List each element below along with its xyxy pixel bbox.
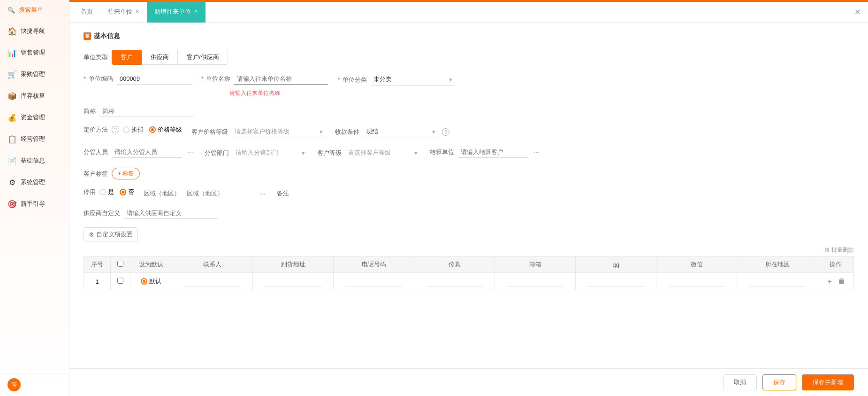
home-icon: 🏠	[8, 26, 17, 36]
save-button[interactable]: 保存	[762, 374, 796, 390]
dept-group: 分管部门 请输入分管部门 ▾	[205, 147, 308, 159]
code-name-row: * 单位编码 * 单位名称 请输入往来单位名称 * 单位分类	[84, 73, 854, 97]
row-checkbox[interactable]	[117, 278, 123, 284]
tab-bar-close[interactable]: ✕	[851, 8, 864, 16]
fax-input[interactable]	[426, 276, 483, 287]
unit-btn-both[interactable]: 客户/供应商	[178, 50, 228, 65]
wechat-input[interactable]	[669, 276, 725, 287]
remark-input[interactable]	[293, 188, 434, 199]
alias-input[interactable]	[99, 106, 193, 117]
settlement-input[interactable]	[458, 147, 528, 158]
sidebar-item-label: 系统管理	[21, 178, 45, 186]
tab-new-partner[interactable]: 新增往来单位 ✕	[147, 2, 206, 23]
alias-label: 简称	[84, 107, 96, 116]
save-new-button[interactable]: 保存并新增	[802, 374, 854, 390]
tab-partners-label: 往来单位	[108, 8, 132, 16]
dept-select[interactable]: 请输入分管部门 ▾	[233, 147, 308, 159]
td-address[interactable]	[253, 273, 334, 290]
sidebar-item-purchase[interactable]: 🛒 采购管理	[0, 63, 69, 85]
unit-name-error: 请输入往来单位名称	[229, 89, 280, 97]
payment-group: 收款条件 现结 ▾ ?	[335, 125, 449, 138]
th-address: 到货地址	[253, 256, 334, 273]
custom-settings-label: 自定义项设置	[96, 230, 133, 239]
inventory-icon: 📦	[8, 91, 17, 101]
sidebar-search[interactable]: 🔍 搜索菜单	[0, 0, 69, 20]
radio-price-level[interactable]: 价格等级	[149, 125, 182, 134]
sidebar-item-finance[interactable]: 💰 资金管理	[0, 107, 69, 128]
sidebar-item-label: 采购管理	[21, 70, 45, 78]
payment-value: 现结	[366, 127, 378, 136]
base-info-icon: 📄	[8, 156, 17, 165]
sales-icon: 📊	[8, 48, 17, 57]
payment-select[interactable]: 现结 ▾	[363, 125, 438, 138]
td-email[interactable]	[495, 273, 576, 290]
td-fax[interactable]	[414, 273, 495, 290]
tab-home[interactable]: 首页	[73, 2, 100, 23]
add-tag-button[interactable]: + 标签	[112, 168, 140, 179]
td-region[interactable]	[737, 273, 818, 290]
th-email: 邮箱	[495, 256, 576, 273]
sidebar-item-system[interactable]: ⚙ 系统管理	[0, 171, 69, 193]
td-qq[interactable]	[576, 273, 656, 290]
row-add-icon[interactable]: ＋	[826, 277, 833, 285]
payment-label: 收款条件	[335, 128, 359, 136]
tab-partners[interactable]: 往来单位 ✕	[100, 2, 147, 23]
td-default[interactable]: 默认	[130, 273, 172, 290]
manager-input[interactable]	[112, 147, 182, 158]
payment-help-icon[interactable]: ?	[442, 128, 449, 136]
unit-category-select[interactable]: 未分类 ▾	[371, 73, 455, 86]
unit-type-label: 单位类型	[84, 53, 108, 62]
disable-row: 停用 是 否 区域（地区） ··· 备注	[84, 188, 854, 199]
customer-price-select[interactable]: 请选择客户价格等级 ▾	[232, 125, 326, 138]
batch-delete-btn[interactable]: 🗑 批量删除	[84, 246, 854, 254]
qq-input[interactable]	[588, 276, 644, 287]
row-region-input[interactable]	[749, 276, 806, 287]
tab-partners-close[interactable]: ✕	[135, 8, 139, 15]
th-wechat: 微信	[656, 256, 737, 273]
region-group: 区域（地区） ···	[144, 188, 267, 199]
region-input[interactable]	[184, 188, 254, 199]
unit-category-group: * 单位分类 未分类 ▾	[337, 73, 455, 86]
section-title: 基本信息	[94, 32, 120, 40]
settlement-more-icon[interactable]: ···	[532, 148, 541, 156]
region-more-icon[interactable]: ···	[258, 190, 267, 197]
unit-name-input[interactable]	[234, 73, 328, 85]
select-all-checkbox[interactable]	[117, 261, 123, 267]
td-contact[interactable]	[172, 273, 252, 290]
supplier-custom-input[interactable]	[124, 208, 218, 219]
tab-new-partner-close[interactable]: ✕	[194, 8, 198, 15]
pricing-help-icon[interactable]: ?	[112, 126, 119, 133]
contact-input[interactable]	[184, 276, 240, 287]
sidebar-item-management[interactable]: 📋 经营管理	[0, 128, 69, 150]
th-default: 设为默认	[130, 256, 172, 273]
sidebar-item-base-info[interactable]: 📄 基础信息	[0, 150, 69, 171]
radio-disable-yes[interactable]: 是	[99, 188, 114, 196]
row-default-radio[interactable]: 默认	[135, 277, 167, 286]
sidebar-item-home[interactable]: 🏠 快捷导航	[0, 20, 69, 42]
td-wechat[interactable]	[656, 273, 737, 290]
radio-discount[interactable]: 折扣	[123, 125, 144, 134]
address-input[interactable]	[265, 276, 321, 287]
th-phone: 电话号码	[334, 256, 414, 273]
customer-level-select[interactable]: 请选择客户等级 ▾	[345, 147, 420, 159]
th-fax: 传真	[414, 256, 495, 273]
custom-settings-button[interactable]: ⚙ 自定义项设置	[84, 227, 138, 241]
manager-label: 分管人员	[84, 148, 108, 156]
row-del-icon[interactable]: 🗑	[838, 277, 845, 285]
phone-input[interactable]	[346, 276, 402, 287]
manager-more-icon[interactable]: ···	[186, 148, 195, 156]
sidebar-item-inventory[interactable]: 📦 库存核算	[0, 85, 69, 107]
td-phone[interactable]	[334, 273, 414, 290]
pricing-label: 定价方法	[84, 125, 108, 134]
cancel-button[interactable]: 取消	[723, 374, 757, 390]
radio-disable-no[interactable]: 否	[120, 188, 134, 196]
email-input[interactable]	[507, 276, 563, 287]
tag-btn-label: + 标签	[118, 170, 134, 178]
sidebar-item-label: 销售管理	[21, 48, 45, 57]
unit-code-input[interactable]	[117, 73, 192, 85]
sidebar-item-sales[interactable]: 📊 销售管理	[0, 42, 69, 63]
unit-btn-customer[interactable]: 客户	[112, 50, 142, 65]
sidebar-item-guide[interactable]: 🎯 新手引导	[0, 193, 69, 215]
customer-price-placeholder: 请选择客户价格等级	[235, 127, 289, 136]
unit-btn-supplier[interactable]: 供应商	[142, 50, 178, 65]
